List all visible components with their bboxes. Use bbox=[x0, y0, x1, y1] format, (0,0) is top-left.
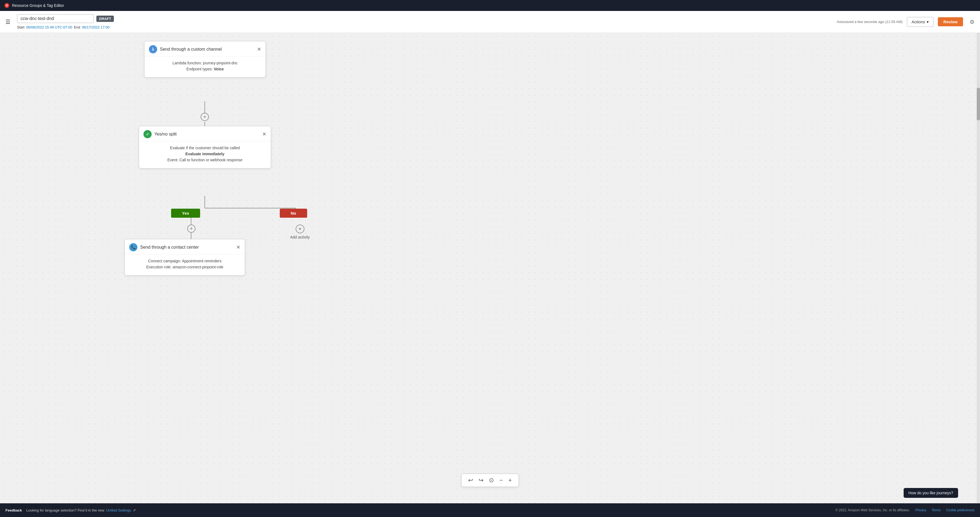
end-label: End bbox=[74, 25, 80, 29]
feedback-bar-right: © 2022, Amazon Web Services, Inc. or its… bbox=[835, 508, 975, 512]
add-activity-label: Add activity bbox=[290, 235, 310, 239]
yesno-evaluate: Evaluate immediately bbox=[143, 152, 266, 156]
scrollbar-thumb[interactable] bbox=[977, 87, 980, 121]
custom-channel-close[interactable]: ✕ bbox=[257, 46, 261, 52]
contact-center-close[interactable]: ✕ bbox=[236, 244, 240, 250]
app-icon: R bbox=[5, 3, 9, 8]
chevron-down-icon: ▾ bbox=[927, 19, 929, 24]
actions-button[interactable]: Actions ▾ bbox=[907, 17, 934, 27]
review-button[interactable]: Review bbox=[938, 17, 963, 26]
undo-button[interactable]: ↩ bbox=[468, 477, 473, 484]
yesno-body: Evaluate if the customer should be calle… bbox=[139, 141, 271, 168]
header: ☰ DRAFT Start 06/08/2022 15:49 UTC-07:00… bbox=[0, 11, 980, 33]
start-label: Start bbox=[17, 25, 24, 29]
feedback-tooltip: How do you like journeys? bbox=[904, 488, 958, 498]
custom-channel-card: λ Send through a custom channel ✕ Lambda… bbox=[144, 41, 266, 78]
settings-icon[interactable]: ⚙ bbox=[970, 19, 975, 25]
yesno-close[interactable]: ✕ bbox=[262, 131, 266, 137]
terms-link[interactable]: Terms bbox=[932, 508, 940, 512]
start-date[interactable]: 06/08/2022 15:49 UTC-07:00 bbox=[26, 25, 72, 29]
custom-channel-title: Send through a custom channel bbox=[160, 47, 254, 52]
feedback-text: Looking for language selection? Find it … bbox=[26, 508, 104, 512]
date-row: Start 06/08/2022 15:49 UTC-07:00 End 06/… bbox=[17, 25, 114, 29]
yesno-icon: ✓ bbox=[143, 130, 152, 138]
add-activity[interactable]: + Add activity bbox=[290, 224, 310, 239]
tooltip-text: How do you like journeys? bbox=[908, 491, 953, 495]
add-activity-icon: + bbox=[296, 224, 304, 233]
actions-label: Actions bbox=[912, 19, 925, 24]
contact-icon: 📞 bbox=[129, 243, 137, 251]
custom-channel-body: Lambda function: journey-pinpoint-dnc En… bbox=[145, 56, 266, 77]
contact-center-body: Connect campaign: Appointment reminders … bbox=[125, 255, 245, 275]
yes-branch[interactable]: Yes bbox=[171, 208, 200, 218]
zoom-out-button[interactable]: − bbox=[499, 477, 503, 484]
no-branch[interactable]: No bbox=[280, 208, 307, 218]
yesno-card: ✓ Yes/no split ✕ Evaluate if the custome… bbox=[139, 126, 271, 169]
top-bar-title: Resource Groups & Tag Editor bbox=[12, 3, 64, 8]
yesno-description: Evaluate if the customer should be calle… bbox=[143, 146, 266, 150]
lambda-label: Lambda function: journey-pinpoint-dnc bbox=[149, 61, 261, 65]
execution-label: Execution role: amazon-connect-pinpoint-… bbox=[129, 265, 240, 269]
autosave-text: Autosaved a few seconds ago (11:55 AM) bbox=[837, 20, 902, 24]
yesno-card-header: ✓ Yes/no split ✕ bbox=[139, 126, 271, 141]
contact-center-title: Send through a contact center bbox=[140, 245, 234, 250]
copyright-text: © 2022, Amazon Web Services, Inc. or its… bbox=[835, 508, 910, 512]
privacy-link[interactable]: Privacy bbox=[915, 508, 926, 512]
bottom-toolbar: ↩ ↪ ⊙ − + bbox=[461, 474, 519, 487]
feedback-bar: Feedback Looking for language selection?… bbox=[0, 503, 980, 517]
cookie-link[interactable]: Cookie preferences bbox=[946, 508, 975, 512]
endpoint-label: Endpoint types: Voice bbox=[149, 67, 261, 71]
contact-center-card-header: 📞 Send through a contact center ✕ bbox=[125, 239, 245, 255]
header-left: DRAFT Start 06/08/2022 15:49 UTC-07:00 E… bbox=[17, 14, 114, 29]
endpoint-value: Voice bbox=[214, 67, 224, 71]
draft-badge: DRAFT bbox=[96, 16, 114, 22]
plus-btn-1[interactable]: + bbox=[200, 113, 209, 121]
connect-label: Connect campaign: Appointment reminders bbox=[129, 259, 240, 263]
scrollbar[interactable] bbox=[977, 33, 980, 503]
unified-settings-link[interactable]: Unified Settings bbox=[106, 508, 131, 512]
zoom-in-button[interactable]: + bbox=[508, 477, 512, 484]
yesno-event: Event: Call to function or webhook respo… bbox=[143, 158, 266, 162]
lambda-icon: λ bbox=[149, 45, 157, 53]
journey-name-input[interactable] bbox=[17, 14, 94, 23]
canvas: λ Send through a custom channel ✕ Lambda… bbox=[0, 33, 980, 503]
header-right: Autosaved a few seconds ago (11:55 AM) A… bbox=[837, 17, 975, 27]
custom-channel-card-header: λ Send through a custom channel ✕ bbox=[145, 41, 266, 56]
end-date[interactable]: 06/17/2022 17:00 bbox=[82, 25, 110, 29]
feedback-button[interactable]: Feedback bbox=[5, 508, 22, 512]
target-button[interactable]: ⊙ bbox=[489, 477, 494, 484]
contact-center-card: 📞 Send through a contact center ✕ Connec… bbox=[124, 239, 245, 275]
top-bar: R Resource Groups & Tag Editor bbox=[0, 0, 980, 11]
yesno-title: Yes/no split bbox=[154, 132, 259, 137]
plus-btn-2[interactable]: + bbox=[187, 224, 196, 233]
redo-button[interactable]: ↪ bbox=[479, 477, 484, 484]
hamburger-icon[interactable]: ☰ bbox=[5, 19, 10, 25]
